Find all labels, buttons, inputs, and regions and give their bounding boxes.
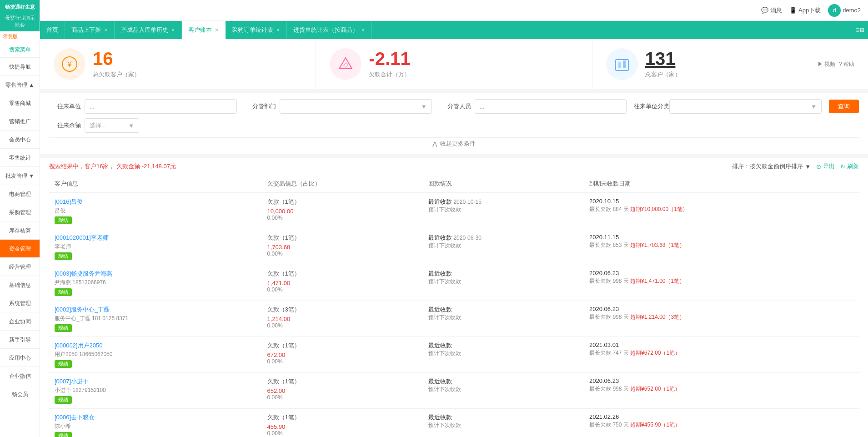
overdue-link-5[interactable]: 超期¥652.00（1笔） <box>630 386 680 392</box>
customer-name-link-2[interactable]: [0003]畅捷服务尹海燕 <box>55 270 112 277</box>
customer-tag-2: 现结 <box>55 288 72 296</box>
sidebar-item-marketing[interactable]: 营销推广 <box>0 112 40 131</box>
customer-name-link-3[interactable]: [0002]服务中心_丁磊 <box>55 306 110 313</box>
last-collection-label-1: 最近收款 <box>428 234 452 241</box>
refresh-button[interactable]: ↻ 刷新 <box>840 162 859 171</box>
sidebar-item-newbie[interactable]: 新手引导 <box>0 331 40 349</box>
cell-debt-1: 欠款（1笔） 1,703.68 0.00% <box>262 229 423 265</box>
sidebar-item-quick-nav[interactable]: 快捷导航 <box>0 58 40 76</box>
overdue-link-0[interactable]: 超期¥10,000.00（1笔） <box>630 206 688 212</box>
user-menu[interactable]: d demo2 <box>828 4 861 17</box>
last-collection-0: 最近收款 2020-10-15 <box>428 198 578 206</box>
message-button[interactable]: 💬 消息 <box>761 6 782 15</box>
brand-label[interactable]: 示意版 <box>0 31 40 42</box>
tab-purchase-order-stats-close[interactable]: ✕ <box>276 27 280 33</box>
filter-supplier: 往来单位 ... <box>49 99 237 114</box>
app-download-button[interactable]: 📱 App下载 <box>789 6 821 15</box>
overdue-link-1[interactable]: 超期¥1,703.68（1笔） <box>630 242 685 248</box>
cell-customer-2: [0003]畅捷服务尹海燕 尹海燕 18513066976 现结 <box>49 265 262 301</box>
overdue-info-2: 最长欠款 998 天 超期¥1,471.00（1笔） <box>589 277 853 285</box>
sidebar-item-app-center[interactable]: 应用中心 <box>0 349 40 367</box>
category-select[interactable]: ▼ <box>669 99 822 114</box>
collapse-filters-btn[interactable]: ⋀ 收起更多条件 <box>49 137 859 150</box>
sidebar-item-finance[interactable]: 资金管理 <box>0 240 40 258</box>
overdue-link-2[interactable]: 超期¥1,471.00（1笔） <box>630 278 685 284</box>
table-row: [0002]服务中心_丁磊 服务中心_丁磊 181 0125 8371 现结 欠… <box>49 301 859 337</box>
cell-debt-2: 欠款（1笔） 1,471.00 0.00% <box>262 265 423 301</box>
debt-amount-6: 455.90 <box>267 423 417 430</box>
due-date-2: 2020.06.23 <box>589 270 853 276</box>
help-btn[interactable]: ? 帮助 <box>839 60 854 68</box>
customer-name-link-5[interactable]: [0007]小进干 <box>55 378 89 385</box>
next-collection-6: 预计下次收款 <box>428 422 578 429</box>
search-button[interactable]: 查询 <box>829 100 859 113</box>
sidebar-item-batch-mgmt[interactable]: 批发管理 ▼ <box>0 167 40 185</box>
app-download-label: App下载 <box>798 6 821 15</box>
customer-sub-1: 李老师 <box>55 243 256 251</box>
export-icon: ⊙ <box>816 163 821 170</box>
app-logo: 畅捷通好生意 <box>0 0 40 14</box>
next-collection-1: 预计下次收款 <box>428 242 578 250</box>
overdue-link-4[interactable]: 超期¥672.00（1笔） <box>630 350 680 356</box>
sort-button[interactable]: 排序：按欠款金额倒序排序 ▼ <box>732 162 811 171</box>
cell-customer-3: [0002]服务中心_丁磊 服务中心_丁磊 181 0125 8371 现结 <box>49 301 262 337</box>
cell-due-5: 2020.06.23 最长欠款 998 天 超期¥652.00（1笔） <box>584 373 859 409</box>
debt-pct-3: 0.00% <box>267 322 417 329</box>
customer-name-link-4[interactable]: [000002]用户2050 <box>55 342 103 349</box>
supplier-input[interactable]: ... <box>85 99 237 114</box>
tab-instock-stats-close[interactable]: ✕ <box>361 27 365 33</box>
refresh-icon: ↻ <box>840 163 845 170</box>
cell-debt-4: 欠款（1笔） 672.00 0.00% <box>262 337 423 373</box>
filter-row-2: 往来余额 选择... ▼ <box>49 118 859 133</box>
overdue-link-6[interactable]: 超期¥455.90（1笔） <box>630 422 680 428</box>
tab-purchase-order-stats[interactable]: 采购订单统计表 ✕ <box>226 21 287 39</box>
summary-text: 搜索结果中，客户16家 <box>49 163 109 170</box>
sidebar-item-basic-info[interactable]: 基础信息 <box>0 276 40 294</box>
cell-due-1: 2020.11.15 最长欠款 853 天 超期¥1,703.68（1笔） <box>584 229 859 265</box>
person-input[interactable]: ... <box>475 99 627 114</box>
cell-due-0: 2020.10.15 最长欠款 884 天 超期¥10,000.00（1笔） <box>584 193 859 229</box>
search-menu-item[interactable]: 搜索菜单 <box>0 42 40 58</box>
supplier-label: 往来单位 <box>49 102 81 111</box>
customer-sub-5: 小进干 18279152100 <box>55 387 256 394</box>
tab-product-history-close[interactable]: ✕ <box>171 27 175 33</box>
sidebar-item-system[interactable]: 系统管理 <box>0 294 40 312</box>
sidebar-item-vip[interactable]: 畅会员 <box>0 385 40 403</box>
sidebar-item-enterprise[interactable]: 企业协同 <box>0 312 40 331</box>
sidebar-item-inventory[interactable]: 库存核算 <box>0 221 40 240</box>
filter-area: 往来单位 ... 分管部门 ▼ 分管人员 ... <box>40 93 868 154</box>
customer-name-link-1[interactable]: [0001020001]李老师 <box>55 234 109 241</box>
cell-collection-4: 最近收款 预计下次收款 <box>423 337 584 373</box>
tab-home[interactable]: 首页 <box>40 21 65 39</box>
sidebar-item-purchase[interactable]: 采购管理 <box>0 203 40 221</box>
sidebar-item-retail-stats[interactable]: 零售统计 <box>0 149 40 167</box>
tab-expand-btn[interactable]: ⊞ <box>860 27 864 33</box>
table-header-row: 客户信息 欠交易信息（占比） 回款情况 到期未收款日期 <box>49 175 859 193</box>
sidebar-item-retail-mall[interactable]: 零售商城 <box>0 94 40 112</box>
export-button[interactable]: ⊙ 导出 <box>816 162 835 171</box>
customer-tag-5: 现结 <box>55 396 72 404</box>
overdue-link-3[interactable]: 超期¥1,214.00（3笔） <box>630 314 685 320</box>
tab-minimize-btn[interactable]: ⊟ <box>855 27 860 33</box>
tab-product-offshelf[interactable]: 商品上下架 ✕ <box>65 21 115 39</box>
tab-customer-account[interactable]: 客户账本 ✕ <box>182 21 226 39</box>
tab-customer-account-close[interactable]: ✕ <box>215 27 219 33</box>
debt-count-0: 欠款（1笔） <box>267 198 417 206</box>
tab-product-offshelf-close[interactable]: ✕ <box>104 27 108 33</box>
sidebar-item-retail-mgmt[interactable]: 零售管理 ▲ <box>0 76 40 94</box>
phone-icon: 📱 <box>789 7 797 14</box>
last-collection-6: 最近收款 <box>428 413 578 422</box>
video-btn[interactable]: ▶ 视频 <box>818 60 835 68</box>
sidebar-item-member[interactable]: 会员中心 <box>0 131 40 149</box>
tab-product-history[interactable]: 产成品入库单历史 ✕ <box>115 21 182 39</box>
table-row: [0016]吕俊 吕俊 现结 欠款（1笔） 10,000.00 0.00% 最近… <box>49 193 859 229</box>
tab-instock-stats[interactable]: 进货单统计表（按商品） ✕ <box>287 21 372 39</box>
customer-name-link-0[interactable]: [0016]吕俊 <box>55 198 83 205</box>
sidebar-item-ecommerce[interactable]: 电商管理 <box>0 185 40 203</box>
sidebar-item-operations[interactable]: 经营管理 <box>0 258 40 276</box>
customer-name-link-6[interactable]: [0006]去下粮仓 <box>55 414 95 421</box>
avatar: d <box>828 4 841 17</box>
dept-select[interactable]: ▼ <box>280 99 432 114</box>
sidebar-item-wecom[interactable]: 企业微信 <box>0 367 40 385</box>
balance-select[interactable]: 选择... ▼ <box>85 118 139 133</box>
